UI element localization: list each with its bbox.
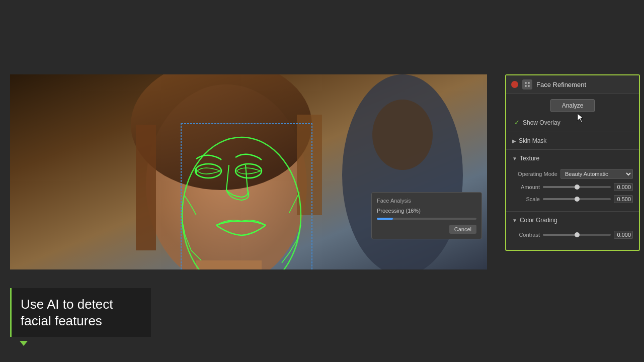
face-analysis-title: Face Analysis [377,198,476,204]
svg-rect-5 [136,125,156,250]
svg-rect-7 [196,260,262,269]
amount-slider-track[interactable] [543,186,611,188]
processing-status: Processing (16%) [377,208,476,214]
amount-slider-fill [543,186,577,188]
panel-icon [522,79,532,89]
texture-title: Texture [520,155,539,162]
tooltip-arrow [20,341,28,346]
video-background: Face Analysis Processing (16%) Cancel [10,74,487,269]
texture-arrow: ▼ [512,156,517,161]
panel-header: Face Refinement [506,75,639,94]
tooltip-box: Use AI to detect facial features [10,288,151,337]
operating-mode-label: Operating Mode [512,171,557,177]
analyze-button[interactable]: Analyze [550,99,595,112]
skin-mask-title: Skin Mask [519,137,546,144]
panel-title: Face Refinement [536,81,586,88]
contrast-slider-row: Contrast 0.000 [506,229,639,241]
amount-value: 0.000 [614,183,633,191]
texture-section-content: Operating Mode Beauty Automatic Amount 0… [506,165,639,209]
face-analysis-dialog: Face Analysis Processing (16%) Cancel [371,192,482,239]
svg-point-14 [528,82,530,84]
skin-mask-arrow: ▶ [512,138,516,144]
divider-3 [506,211,639,212]
svg-point-15 [525,85,527,87]
contrast-value: 0.000 [614,231,633,239]
tooltip-text: Use AI to detect facial features [21,296,142,329]
scale-label: Scale [512,196,540,202]
contrast-label: Contrast [512,232,540,238]
top-bar [0,0,644,74]
progress-bar-fill [377,218,393,220]
svg-point-2 [372,100,433,170]
contrast-slider-thumb[interactable] [575,232,580,237]
color-grading-section-header[interactable]: ▼ Color Grading [506,214,639,227]
scale-value: 0.500 [614,195,633,203]
panel-body: Analyze ✓ Show Overlay ▶ Skin Mask ▼ Tex… [506,94,639,250]
color-grading-title: Color Grading [520,217,557,224]
texture-section-header[interactable]: ▼ Texture [506,152,639,165]
show-overlay-label: Show Overlay [523,119,560,126]
color-grading-section-content: Contrast 0.000 [506,227,639,245]
face-overlay-svg [10,74,487,269]
skin-mask-section-header[interactable]: ▶ Skin Mask [506,134,639,147]
scale-slider-track[interactable] [543,198,611,200]
divider-2 [506,149,639,150]
progress-bar-container [377,218,476,220]
divider-1 [506,132,639,132]
contrast-slider-fill [543,234,577,236]
face-refinement-panel: Face Refinement Analyze ✓ Show Overlay ▶… [505,74,640,251]
amount-slider-row: Amount 0.000 [506,181,639,193]
svg-point-13 [525,82,527,84]
show-overlay-checkbox[interactable]: ✓ [514,119,520,126]
cancel-button[interactable]: Cancel [449,225,476,234]
operating-mode-row: Operating Mode Beauty Automatic [506,167,639,181]
scale-slider-thumb[interactable] [575,197,580,202]
panel-close-button[interactable] [511,81,518,88]
scale-slider-fill [543,198,577,200]
scale-slider-row: Scale 0.500 [506,193,639,205]
svg-rect-6 [297,115,322,215]
contrast-slider-track[interactable] [543,234,611,236]
main-viewport: Face Analysis Processing (16%) Cancel [10,74,487,269]
amount-label: Amount [512,184,540,190]
amount-slider-thumb[interactable] [575,185,580,190]
show-overlay-row[interactable]: ✓ Show Overlay [506,117,639,128]
operating-mode-select[interactable]: Beauty Automatic [560,169,633,179]
svg-point-16 [528,85,530,87]
color-grading-arrow: ▼ [512,218,517,223]
